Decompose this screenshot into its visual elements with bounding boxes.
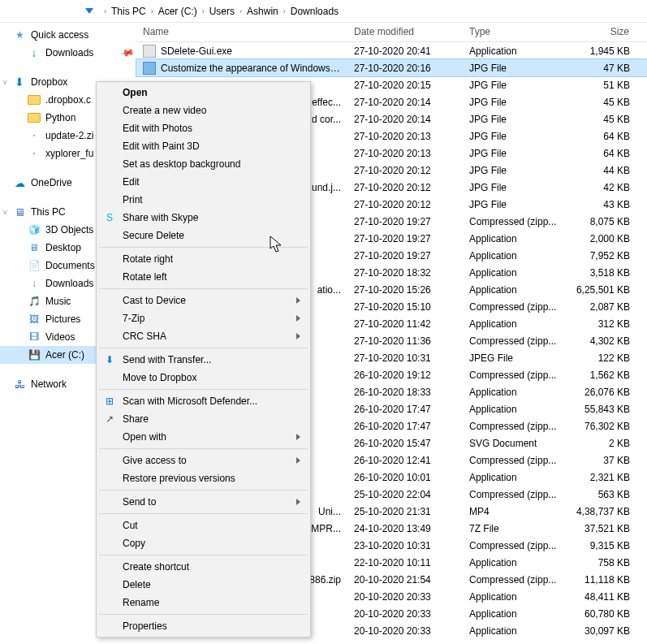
cell-date: 27-10-2020 20:15: [347, 80, 463, 91]
cell-date: 26-10-2020 10:01: [347, 472, 463, 483]
cell-type: JPG File: [463, 148, 563, 159]
cell-size: 64 KB: [563, 148, 636, 159]
breadcrumb-item[interactable]: Users: [208, 6, 236, 17]
menu-item-restore-previous-versions[interactable]: Restore previous versions: [98, 469, 308, 487]
expand-chevron-icon[interactable]: v: [3, 208, 11, 216]
cell-date: 27-10-2020 19:27: [347, 216, 463, 227]
file-name: Customize the appearance of Windows 1...: [161, 63, 341, 74]
breadcrumb-item[interactable]: Ashwin: [245, 6, 280, 17]
cell-type: Application: [463, 250, 563, 261]
sidebar-item-label: Videos: [45, 331, 75, 343]
menu-item-create-a-new-video[interactable]: Create a new video: [98, 102, 308, 119]
breadcrumb-item[interactable]: This PC: [110, 6, 148, 17]
column-header-name[interactable]: Name: [136, 23, 347, 41]
menu-item-set-as-desktop-background[interactable]: Set as desktop background: [98, 155, 308, 173]
cell-size: 45 KB: [563, 97, 636, 108]
file-name-fragment: d cor...: [312, 114, 341, 125]
cell-date: 27-10-2020 15:26: [347, 284, 463, 296]
table-row[interactable]: SDelete-Gui.exe27-10-2020 20:41Applicati…: [136, 42, 647, 59]
menu-item-scan-with-microsoft-defender[interactable]: ⊞Scan with Microsoft Defender...: [98, 392, 308, 410]
cell-date: 26-10-2020 17:47: [347, 421, 463, 432]
menu-item-create-shortcut[interactable]: Create shortcut: [98, 558, 308, 576]
breadcrumb-item[interactable]: Downloads: [289, 6, 340, 17]
sidebar-item-label: Documents: [45, 260, 95, 271]
address-bar[interactable]: › This PC › Acer (C:) › Users › Ashwin ›…: [0, 0, 647, 23]
column-header-type[interactable]: Type: [463, 23, 563, 41]
sidebar-item-label: This PC: [31, 206, 66, 218]
cell-size: 122 KB: [563, 352, 636, 364]
cell-date: 27-10-2020 20:14: [347, 97, 463, 108]
menu-item-rename[interactable]: Rename: [98, 594, 308, 612]
menu-separator: [99, 614, 308, 615]
folder-icon: 🎵: [28, 295, 41, 308]
menu-separator: [99, 348, 308, 348]
breadcrumb-item[interactable]: Acer (C:): [157, 6, 199, 17]
cell-date: 24-10-2020 13:49: [347, 523, 463, 534]
menu-item-edit-with-paint-3d[interactable]: Edit with Paint 3D: [98, 137, 308, 155]
menu-item-cast-to-device[interactable]: Cast to Device: [98, 292, 308, 309]
menu-item-7-zip[interactable]: 7-Zip: [98, 309, 308, 327]
menu-item-label: Properties: [123, 620, 167, 632]
cell-size: 4,302 KB: [563, 335, 636, 347]
sidebar-item-label: Pictures: [45, 313, 80, 325]
menu-item-copy[interactable]: Copy: [98, 534, 308, 552]
menu-item-send-with-transfer[interactable]: ⬇Send with Transfer...: [98, 351, 308, 369]
column-header-size[interactable]: Size: [563, 23, 636, 41]
cell-type: JPG File: [463, 97, 563, 108]
expand-chevron-icon[interactable]: v: [3, 78, 11, 86]
cell-type: Application: [463, 387, 563, 398]
sidebar-item-quick-access[interactable]: ★ Quick access: [0, 26, 136, 44]
cell-type: Application: [463, 233, 563, 244]
cell-size: 55,843 KB: [563, 404, 636, 415]
cell-type: Compressed (zipp...: [463, 370, 563, 381]
menu-item-secure-delete[interactable]: Secure Delete: [98, 227, 308, 244]
cell-size: 312 KB: [563, 318, 636, 330]
menu-separator: [99, 513, 308, 514]
menu-item-open-with[interactable]: Open with: [98, 428, 308, 446]
cell-type: Compressed (zipp...: [463, 335, 563, 347]
cell-type: Compressed (zipp...: [463, 301, 563, 313]
cell-type: JPEG File: [463, 352, 563, 364]
menu-item-give-access-to[interactable]: Give access to: [98, 452, 308, 469]
table-row[interactable]: Customize the appearance of Windows 1...…: [136, 59, 647, 76]
menu-item-edit[interactable]: Edit: [98, 173, 308, 191]
cell-size: 42 KB: [563, 182, 636, 193]
sidebar-item-downloads[interactable]: ↓ Downloads 📌: [0, 44, 136, 62]
menu-separator: [99, 288, 308, 289]
file-name-fragment: effec...: [312, 97, 341, 108]
cell-date: 27-10-2020 19:27: [347, 250, 463, 261]
cell-date: 26-10-2020 12:41: [347, 455, 463, 466]
menu-item-share-with-skype[interactable]: SShare with Skype: [98, 209, 308, 227]
menu-item-rotate-right[interactable]: Rotate right: [98, 250, 308, 268]
cell-size: 51 KB: [563, 80, 636, 91]
folder-icon: [28, 111, 41, 124]
cell-type: Compressed (zipp...: [463, 489, 563, 500]
menu-item-icon: ⊞: [103, 395, 116, 408]
cell-type: SVG Document: [463, 438, 563, 449]
menu-item-cut[interactable]: Cut: [98, 516, 308, 534]
menu-item-share[interactable]: ↗Share: [98, 410, 308, 428]
cell-size: 48,411 KB: [563, 591, 636, 603]
breadcrumb-chevron-icon: ›: [104, 7, 106, 15]
menu-item-properties[interactable]: Properties: [98, 617, 308, 635]
menu-separator: [99, 247, 308, 248]
menu-item-edit-with-photos[interactable]: Edit with Photos: [98, 119, 308, 137]
menu-item-send-to[interactable]: Send to: [98, 493, 308, 511]
column-header-date[interactable]: Date modified: [347, 23, 463, 41]
cell-type: 7Z File: [463, 523, 563, 534]
cell-size: 3,518 KB: [563, 267, 636, 279]
cell-size: 43 KB: [563, 199, 636, 210]
menu-item-move-to-dropbox[interactable]: Move to Dropbox: [98, 369, 308, 387]
cell-size: 6,25,501 KB: [563, 284, 636, 296]
cell-size: 758 KB: [563, 557, 636, 568]
menu-item-print[interactable]: Print: [98, 191, 308, 209]
file-name-fragment: 886.zip: [309, 574, 341, 586]
menu-item-open[interactable]: Open: [98, 84, 308, 102]
menu-item-icon: ↗: [103, 413, 116, 426]
menu-item-delete[interactable]: Delete: [98, 576, 308, 594]
menu-item-rotate-left[interactable]: Rotate left: [98, 268, 308, 286]
context-menu: OpenCreate a new videoEdit with PhotosEd…: [96, 81, 311, 638]
menu-item-crc-sha[interactable]: CRC SHA: [98, 327, 308, 345]
dropdown-arrow-icon[interactable]: [81, 3, 97, 19]
cell-type: Application: [463, 284, 563, 296]
